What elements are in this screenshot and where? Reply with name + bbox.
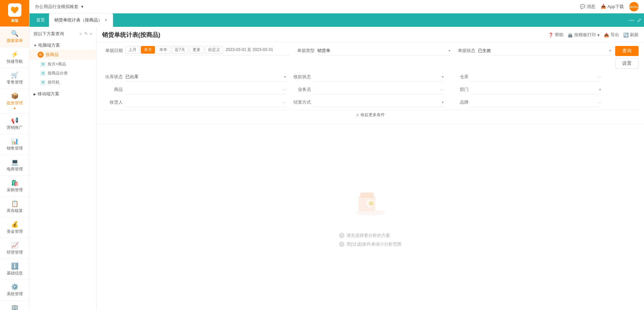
recipient-dots[interactable]: ··· — [282, 100, 286, 105]
by-cashier-icon: 按 — [40, 80, 46, 85]
logo-icon: 🧡 — [8, 3, 21, 17]
sidebar-item-inventory[interactable]: 📋 库存核算 — [0, 197, 30, 217]
page-header: 销货单统计表(按商品) ❓ 帮助 🖨️ 按模板打印 ▾ 📤 导出 — [97, 27, 644, 42]
tree-section-desktop: ▼ 电脑端方案 按 按商品 按 按月+商品 按 按商品分类 按 按司机 — [30, 40, 96, 88]
tree-section-desktop-header[interactable]: ▼ 电脑端方案 — [30, 41, 96, 50]
sidebar-item-enterprise[interactable]: 🏢 企业协同 — [0, 301, 30, 310]
collapse-panel-btn[interactable]: « — [90, 31, 92, 37]
tabbar-actions: — ⤢ — [629, 17, 641, 23]
date-btn-custom[interactable]: 自定义 — [205, 46, 223, 54]
topbar: 办公用品行业模拟账套 ▾ 💬 消息 📥 App下载 demo2 — [30, 0, 644, 13]
messages-btn[interactable]: 💬 消息 — [580, 4, 595, 10]
panel-actions: ＋ ✎ « — [78, 31, 92, 37]
svg-text:😕: 😕 — [368, 201, 374, 206]
step2-number: 2 — [339, 242, 344, 247]
product-label: 商品 — [102, 87, 125, 93]
tabbar: 首页 销货单统计表（按商品） ✕ — ⤢ — [30, 13, 644, 27]
tab-sales-stat[interactable]: 销货单统计表（按商品） ✕ — [49, 13, 113, 27]
operations-icon: 📈 — [2, 242, 28, 249]
left-panel: 按以下方案查询 ＋ ✎ « ▼ 电脑端方案 按 按商品 按 — [30, 27, 97, 310]
help-btn[interactable]: ❓ 帮助 — [548, 32, 564, 38]
add-scheme-btn[interactable]: ＋ — [78, 31, 83, 37]
sidebar-label-retail: 零售管理 — [2, 80, 28, 85]
right-panel: 销货单统计表(按商品) ❓ 帮助 🖨️ 按模板打印 ▾ 📤 导出 — [97, 27, 644, 310]
print-icon: 🖨️ — [568, 33, 573, 38]
finance-icon: 💰 — [2, 221, 28, 228]
sidebar-label-purchase: 采购管理 — [2, 187, 28, 193]
sidebar-item-purchase[interactable]: 🛍️ 采购管理 — [0, 176, 30, 197]
date-btn-last-month[interactable]: 上月 — [125, 46, 140, 54]
payment-dropdown[interactable]: ▾ — [442, 100, 444, 105]
empty-step1: 1 请先选择要分析的方案 — [339, 231, 401, 240]
brand-dots[interactable]: ··· — [597, 100, 601, 105]
sidebar-label-operations: 经营管理 — [2, 250, 28, 255]
query-btn[interactable]: 查询 — [615, 46, 639, 56]
tab-home[interactable]: 首页 — [32, 13, 49, 27]
sidebar-item-retail[interactable]: 🛒 零售管理 — [0, 68, 30, 89]
tree-item-by-month-product[interactable]: 按 按月+商品 — [30, 60, 96, 69]
header-actions: ❓ 帮助 🖨️ 按模板打印 ▾ 📤 导出 🔄 刷新 — [548, 32, 639, 38]
page-title: 销货单统计表(按商品) — [102, 31, 160, 39]
payment-label: 结算方式 — [290, 99, 314, 105]
industry-dropdown-icon[interactable]: ▾ — [81, 4, 84, 9]
date-btn-7days[interactable]: 近7天 — [172, 46, 188, 54]
doc-type-dropdown[interactable]: ▾ — [448, 48, 450, 53]
receipt-status-dropdown[interactable]: ▾ — [442, 74, 444, 79]
filter-area: 单据日期 上月 本月 本年 近7天 更多 自定义 2023-03-01 至 20… — [97, 42, 644, 124]
warehouse-dots[interactable]: ··· — [597, 74, 601, 79]
step1-number: 1 — [339, 233, 344, 238]
sidebar-item-basic[interactable]: ℹ️ 基础信息 — [0, 259, 30, 280]
sidebar-label-ecommerce: 电商管理 — [2, 166, 28, 172]
salesperson-dots[interactable]: ··· — [440, 87, 444, 92]
export-btn[interactable]: 📤 导出 — [604, 32, 619, 38]
tree-section-mobile: ▶ 移动端方案 — [30, 88, 96, 100]
topbar-right: 💬 消息 📥 App下载 demo2 — [580, 2, 639, 11]
panel-title: 按以下方案查询 — [34, 31, 64, 37]
salesperson-label: 业务员 — [290, 87, 314, 93]
tab-minimize-btn[interactable]: — — [629, 17, 634, 23]
desktop-arrow-icon: ▼ — [34, 44, 37, 47]
enterprise-icon: 🏢 — [2, 304, 28, 310]
date-btn-this-month[interactable]: 本月 — [141, 46, 155, 54]
sidebar-label-finance: 资金管理 — [2, 229, 28, 235]
doc-status-label: 单据状态 — [454, 48, 478, 54]
print-btn[interactable]: 🖨️ 按模板打印 ▾ — [568, 32, 600, 38]
sidebar-item-finance[interactable]: 💰 资金管理 — [0, 217, 30, 238]
tab-maximize-btn[interactable]: ⤢ — [637, 17, 641, 23]
tree-item-by-category[interactable]: 按 按商品分类 — [30, 69, 96, 78]
dept-dropdown[interactable]: ▾ — [599, 87, 601, 92]
message-icon: 💬 — [580, 4, 585, 9]
sidebar-item-sales[interactable]: 📊 销售管理 — [0, 134, 30, 155]
out-status-dropdown[interactable]: ▾ — [284, 74, 286, 79]
by-category-icon: 按 — [40, 71, 46, 76]
product-dots[interactable]: ··· — [282, 87, 286, 92]
sidebar-item-system[interactable]: ⚙️ 系统管理 — [0, 280, 30, 301]
avatar[interactable]: demo2 — [629, 2, 639, 11]
tree-item-by-product[interactable]: 按 按商品 — [30, 50, 96, 60]
tree-section-mobile-header[interactable]: ▶ 移动端方案 — [30, 90, 96, 98]
sidebar-item-search[interactable]: 🔍 搜索菜单 — [0, 27, 30, 47]
sidebar-item-marketing[interactable]: 📢 营销推广 — [0, 113, 30, 134]
by-month-icon: 按 — [40, 62, 46, 67]
sidebar-item-ecommerce[interactable]: 💻 电商管理 — [0, 155, 30, 176]
tab-close-btn[interactable]: ✕ — [104, 18, 108, 22]
settings-btn[interactable]: 设置 — [615, 58, 639, 69]
doc-status-dropdown[interactable]: ▾ — [609, 48, 611, 53]
sidebar-item-operations[interactable]: 📈 经营管理 — [0, 238, 30, 259]
print-dropdown-icon: ▾ — [597, 33, 600, 38]
empty-step2: 2 用[过滤]条件来缩小分析范围 — [339, 240, 401, 249]
edit-scheme-btn[interactable]: ✎ — [84, 31, 88, 37]
system-icon: ⚙️ — [2, 283, 28, 291]
doc-type-value: 销货单 — [317, 48, 330, 54]
app-name: 标版 — [11, 18, 18, 23]
export-icon: 📤 — [604, 33, 609, 38]
collapse-bar[interactable]: ∧ 收起更多条件 — [102, 110, 639, 120]
date-btn-this-year[interactable]: 本年 — [156, 46, 170, 54]
tree-item-by-cashier[interactable]: 按 按司机 — [30, 78, 96, 87]
date-btn-more[interactable]: 更多 — [190, 46, 204, 54]
refresh-btn[interactable]: 🔄 刷新 — [623, 32, 639, 38]
sidebar-item-wholesale[interactable]: 📦 批发管理 ▲ — [0, 89, 30, 113]
sidebar-item-quick-nav[interactable]: ⚡ 快捷导航 — [0, 47, 30, 68]
sidebar-label-sales: 销售管理 — [2, 146, 28, 151]
download-btn[interactable]: 📥 App下载 — [601, 4, 624, 10]
